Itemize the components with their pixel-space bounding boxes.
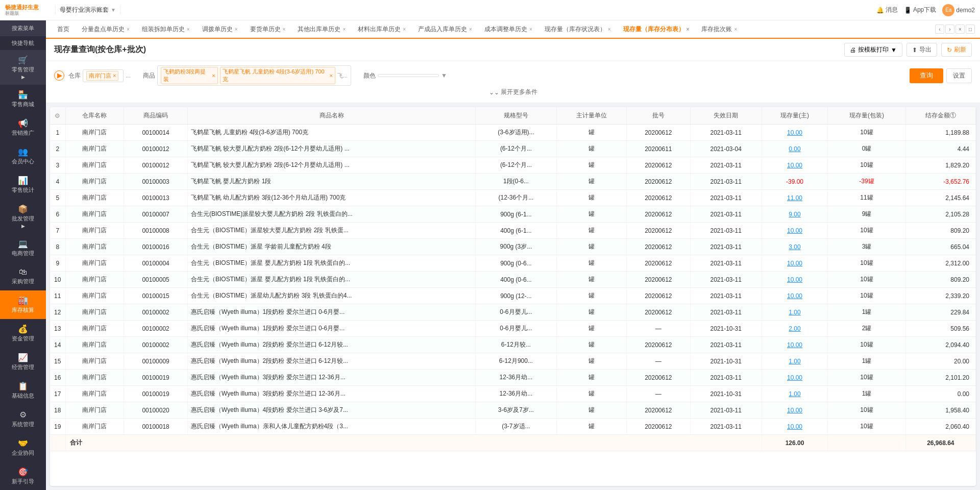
quick-nav-button[interactable]: 快捷导航 xyxy=(0,36,46,50)
cell-stock-main[interactable]: 0.00 xyxy=(762,141,828,157)
sidebar-item-guide[interactable]: 🎯 新手引导 xyxy=(0,462,46,490)
cell-stock-main[interactable]: 1.00 xyxy=(762,353,828,370)
nav-tab-inventory-count[interactable]: 分量盘点单历史 × xyxy=(76,20,136,39)
cell-stock-main[interactable]: 11.00 xyxy=(762,190,828,206)
nav-tab-cost-adjust[interactable]: 成本调整单历史 × xyxy=(478,20,538,39)
cell-stock-main[interactable]: 1.00 xyxy=(762,304,828,321)
cell-stock-main[interactable]: 10.00 xyxy=(762,125,828,141)
cell-batch: — xyxy=(626,321,690,337)
product-tag-1-close[interactable]: × xyxy=(212,72,215,79)
nav-close-tab-button[interactable]: × xyxy=(955,24,965,34)
table-row: 12 南岸门店 00100002 惠氏启臻（Wyeth illuma）1段奶粉 … xyxy=(50,304,976,321)
nav-tab-stock-status[interactable]: 现存量（库存状况表） × xyxy=(538,20,617,39)
nav-prev-button[interactable]: ‹ xyxy=(935,24,944,34)
settings-button[interactable]: 设置 xyxy=(946,68,972,83)
sidebar-item-purchase[interactable]: 🛍 采购管理 xyxy=(0,262,46,290)
sidebar-item-finance[interactable]: 💰 资金管理 xyxy=(0,319,46,348)
nav-tab-assembly[interactable]: 组装拆卸单历史 × xyxy=(136,20,196,39)
warehouse-tag-close[interactable]: × xyxy=(113,72,116,79)
cell-name: 惠氏启臻（Wyeth illuma）1段奶粉 爱尔兰进口 0-6月婴... xyxy=(188,304,476,321)
account-dropdown[interactable]: 母婴行业演示账套 ▼ xyxy=(55,6,120,14)
warehouse-tag-box[interactable]: 南岸门店 × xyxy=(83,69,124,82)
sidebar-item-inventory[interactable]: 🏭 库存核算 xyxy=(0,290,46,319)
nav-tab-product-in[interactable]: 产成品入库单历史 × xyxy=(412,20,478,39)
cell-stock-main[interactable]: 10.00 xyxy=(762,419,828,435)
close-icon[interactable]: × xyxy=(687,27,690,32)
close-icon[interactable]: × xyxy=(529,27,532,32)
th-settings[interactable]: ⚙ xyxy=(50,107,65,125)
sidebar-item-operations[interactable]: 📈 经营管理 xyxy=(0,348,46,376)
close-icon[interactable]: × xyxy=(283,27,286,32)
cell-stock-main[interactable]: 10.00 xyxy=(762,288,828,304)
search-menu-button[interactable]: 搜索菜单 xyxy=(0,20,46,36)
close-icon[interactable]: × xyxy=(608,27,611,32)
sidebar-item-ecommerce[interactable]: 💻 电商管理 xyxy=(0,234,46,262)
close-icon[interactable]: × xyxy=(734,27,737,32)
sidebar-item-retail-stats[interactable]: 📊 零售统计 xyxy=(0,170,46,199)
cell-stock-pkg: 0罐 xyxy=(828,141,905,157)
cell-batch: 20200612 xyxy=(626,402,690,419)
nav-tab-batch-account[interactable]: 库存批次账 × xyxy=(695,20,743,39)
cell-stock-main[interactable]: 1.00 xyxy=(762,386,828,402)
close-icon[interactable]: × xyxy=(235,27,238,32)
cell-stock-main[interactable]: 10.00 xyxy=(762,402,828,419)
sidebar-item-system[interactable]: ⚙ 系统管理 xyxy=(0,405,46,433)
cell-amount: 1,958.40 xyxy=(905,402,975,419)
warehouse-more-options[interactable]: ... xyxy=(126,72,131,79)
cell-stock-main[interactable]: 10.00 xyxy=(762,157,828,174)
template-print-button[interactable]: 🖨 按模板打印 ▼ xyxy=(844,43,902,57)
product-tag-2-close[interactable]: × xyxy=(329,72,332,79)
export-button[interactable]: ⬆ 导出 xyxy=(906,43,937,57)
cell-expire: 2021-03-11 xyxy=(690,370,762,386)
sidebar-item-enterprise[interactable]: 🤝 企业协同 xyxy=(0,433,46,462)
cell-spec: (6-12个月... xyxy=(476,141,557,157)
close-icon[interactable]: × xyxy=(127,27,130,32)
sidebar-item-retail-management[interactable]: 🛒 零售管理 ▶ xyxy=(0,50,46,85)
nav-tab-home[interactable]: 首页 xyxy=(51,20,76,39)
cell-stock-main[interactable]: 10.00 xyxy=(762,337,828,353)
cell-no: 1 xyxy=(50,125,65,141)
nav-next-button[interactable]: › xyxy=(945,24,954,34)
sidebar-item-basic-info[interactable]: 📋 基础信息 xyxy=(0,376,46,405)
nav-tab-transfer[interactable]: 调拨单历史 × xyxy=(196,20,244,39)
close-icon[interactable]: × xyxy=(187,27,190,32)
user-menu[interactable]: Ea demo2 xyxy=(942,4,975,16)
app-download-button[interactable]: 📱 App下载 xyxy=(904,6,936,14)
refresh-button[interactable]: ↻ 刷新 xyxy=(941,43,972,57)
filter-toggle-button[interactable]: ▶ xyxy=(54,70,64,81)
cell-stock-main[interactable]: 10.00 xyxy=(762,223,828,239)
sidebar-item-marketing[interactable]: 📢 营销推广 xyxy=(0,113,46,142)
expand-more-button[interactable]: ⌄⌄ 展开更多条件 xyxy=(489,88,537,96)
query-button[interactable]: 查询 xyxy=(910,68,943,83)
close-icon[interactable]: × xyxy=(342,27,346,32)
sidebar-item-wholesale[interactable]: 📦 批发管理 ▶ xyxy=(0,199,46,234)
nav-tab-requisition[interactable]: 要货单历史 × xyxy=(244,20,292,39)
table-row: 15 南岸门店 00100009 惠氏启臻（Wyeth illuma）2段奶粉 … xyxy=(50,353,976,370)
nav-tab-stock-dist[interactable]: 现存量（库存分布表） × xyxy=(617,20,696,39)
cell-stock-main[interactable]: 2.00 xyxy=(762,321,828,337)
settings-icon[interactable]: ⚙ xyxy=(55,112,60,119)
product-tag-box[interactable]: 飞鹤奶粉3段两提装 × 飞鹤星飞帆 儿童奶粉 4段(3-6岁适用) 700克 ×… xyxy=(157,65,351,86)
cell-stock-pkg: 1罐 xyxy=(828,353,905,370)
nav-tab-other-out[interactable]: 其他出库单历史 × xyxy=(291,20,352,39)
sidebar-item-retail-mall[interactable]: 🏪 零售商城 xyxy=(0,85,46,113)
top-right-area: 🔔 消息 📱 App下载 Ea demo2 xyxy=(876,4,975,16)
cell-stock-pkg: 10罐 xyxy=(828,288,905,304)
ecommerce-icon: 💻 xyxy=(18,239,28,249)
cell-stock-main[interactable]: 10.00 xyxy=(762,370,828,386)
cell-stock-main[interactable]: 10.00 xyxy=(762,255,828,272)
cell-expire: 2021-03-11 xyxy=(690,157,762,174)
avatar: Ea xyxy=(942,4,954,16)
message-button[interactable]: 🔔 消息 xyxy=(876,6,898,14)
nav-tab-material-out[interactable]: 材料出库单历史 × xyxy=(352,20,412,39)
sidebar-item-member[interactable]: 👥 会员中心 xyxy=(0,142,46,170)
table-row: 8 南岸门店 00100016 合生元（BIOSTIME）派星 学龄前儿童配方奶… xyxy=(50,239,976,255)
close-icon[interactable]: × xyxy=(403,27,406,32)
cell-stock-main[interactable]: 10.00 xyxy=(762,272,828,288)
close-icon[interactable]: × xyxy=(469,27,472,32)
nav-maximize-button[interactable]: □ xyxy=(966,24,975,34)
color-tag-box[interactable] xyxy=(378,74,439,77)
cell-stock-main[interactable]: 3.00 xyxy=(762,239,828,255)
cell-stock-main[interactable]: 9.00 xyxy=(762,206,828,223)
cell-stock-main[interactable]: -39.00 xyxy=(762,174,828,190)
